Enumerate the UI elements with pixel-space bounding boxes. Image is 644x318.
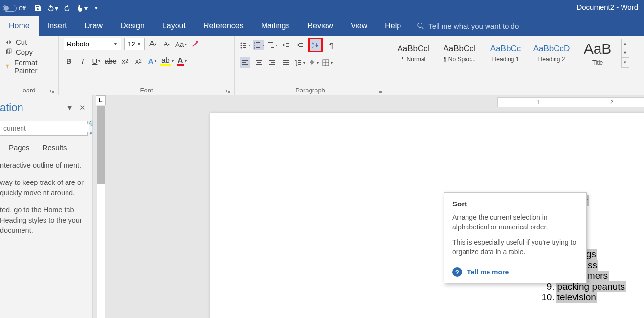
- svg-rect-33: [269, 60, 275, 61]
- redo-icon[interactable]: [61, 2, 73, 15]
- tab-view[interactable]: View: [342, 16, 376, 36]
- autosave-toggle[interactable]: Off: [3, 5, 25, 12]
- strikethrough-button[interactable]: abc: [105, 55, 116, 66]
- tab-mailings[interactable]: Mailings: [252, 16, 299, 36]
- svg-point-0: [418, 23, 422, 27]
- change-case-button[interactable]: Aa▾: [175, 39, 187, 49]
- undo-icon[interactable]: ▾: [46, 2, 59, 15]
- styles-gallery[interactable]: AaBbCcI¶ Normal AaBbCcI¶ No Spac... AaBb…: [391, 38, 629, 94]
- svg-rect-32: [256, 64, 262, 65]
- group-styles: AaBbCcI¶ Normal AaBbCcI¶ No Spac... AaBb…: [386, 36, 644, 95]
- shading-button[interactable]: ▾: [308, 57, 319, 68]
- align-right-button[interactable]: [267, 57, 278, 68]
- copy-icon: [5, 48, 13, 56]
- font-name-combo[interactable]: Roboto▼: [64, 38, 121, 50]
- style-heading-2[interactable]: AaBbCcDHeading 2: [529, 39, 574, 68]
- format-painter-button[interactable]: Format Painter: [5, 58, 53, 75]
- style-normal[interactable]: AaBbCcI¶ Normal: [391, 39, 436, 68]
- svg-rect-5: [243, 43, 246, 44]
- tooltip-tell-me-more[interactable]: ? Tell me more: [452, 263, 578, 277]
- paragraph-launcher-icon[interactable]: [377, 88, 383, 94]
- numbering-button[interactable]: 123▾: [253, 40, 264, 50]
- svg-rect-17: [269, 45, 273, 45]
- tab-selector[interactable]: L: [96, 95, 106, 105]
- multilevel-list-button[interactable]: ▾: [267, 40, 278, 50]
- tab-references[interactable]: References: [195, 16, 252, 36]
- svg-rect-24: [299, 46, 303, 47]
- horizontal-ruler[interactable]: 1 2: [497, 97, 644, 107]
- font-color-button[interactable]: A▾: [177, 55, 187, 66]
- increase-indent-button[interactable]: [294, 40, 305, 50]
- text-effects-button[interactable]: A▾: [147, 55, 157, 66]
- tell-me-placeholder: Tell me what you want to do: [428, 22, 519, 30]
- svg-rect-34: [271, 62, 275, 63]
- help-icon: ?: [452, 267, 462, 277]
- svg-rect-20: [286, 45, 289, 45]
- borders-button[interactable]: ▾: [322, 57, 333, 68]
- svg-rect-7: [243, 45, 246, 46]
- align-left-button[interactable]: [240, 57, 250, 68]
- navpane-tab-pages[interactable]: Pages: [9, 143, 30, 152]
- align-center-button[interactable]: [253, 57, 264, 68]
- svg-rect-11: [256, 42, 260, 43]
- sort-button-highlight: AZ: [308, 38, 323, 52]
- tab-help[interactable]: Help: [376, 16, 410, 36]
- tell-me-search[interactable]: Tell me what you want to do: [417, 16, 519, 36]
- svg-point-8: [241, 47, 242, 49]
- style-title[interactable]: AaBTitle: [575, 39, 620, 68]
- touch-mode-icon[interactable]: ▾: [75, 2, 88, 15]
- font-launcher-icon[interactable]: [225, 88, 231, 94]
- highlight-button[interactable]: ab▾: [160, 55, 174, 66]
- underline-button[interactable]: U▾: [91, 55, 102, 66]
- format-painter-icon: [5, 63, 11, 70]
- subscript-button[interactable]: x2: [119, 55, 130, 66]
- svg-rect-28: [242, 62, 246, 63]
- save-icon[interactable]: [31, 2, 44, 15]
- superscript-button[interactable]: x2: [133, 55, 144, 66]
- shrink-font-button[interactable]: A▾: [161, 39, 172, 49]
- navpane-search-input[interactable]: [3, 124, 89, 132]
- clear-formatting-button[interactable]: [190, 39, 200, 49]
- justify-button[interactable]: [281, 57, 291, 68]
- list-item[interactable]: 10.television: [538, 292, 626, 303]
- autosave-label: Off: [19, 5, 25, 11]
- svg-rect-15: [256, 47, 260, 48]
- grow-font-button[interactable]: A▴: [148, 39, 158, 49]
- svg-rect-22: [299, 43, 303, 44]
- bold-button[interactable]: B: [64, 55, 74, 66]
- style-no-spacing[interactable]: AaBbCcI¶ No Spac...: [437, 39, 482, 68]
- navigation-pane: ation ▼ ✕ 🔍▾ Pages Results nteractive ou…: [0, 95, 93, 318]
- tab-home[interactable]: Home: [0, 16, 39, 36]
- svg-rect-16: [268, 42, 273, 43]
- tab-layout[interactable]: Layout: [154, 16, 195, 36]
- group-font: Roboto▼ 12▼ A▴ A▾ Aa▾ B I U▾ abc x2 x2 A…: [59, 36, 235, 95]
- tab-review[interactable]: Review: [298, 16, 341, 36]
- sort-button[interactable]: AZ: [310, 40, 321, 50]
- navpane-dropdown-icon[interactable]: ▼: [66, 103, 73, 112]
- line-spacing-button[interactable]: ▾: [294, 57, 305, 68]
- navpane-tab-results[interactable]: Results: [43, 143, 67, 152]
- show-hide-button[interactable]: ¶: [326, 40, 336, 50]
- italic-button[interactable]: I: [77, 55, 88, 66]
- title-bar: Off ▾ ▾ ▾ Document2 - Word: [0, 0, 644, 16]
- vertical-ruler[interactable]: L: [96, 95, 107, 318]
- svg-rect-30: [256, 60, 262, 61]
- tab-draw[interactable]: Draw: [76, 16, 111, 36]
- copy-button[interactable]: Copy: [5, 48, 53, 56]
- navpane-search[interactable]: 🔍▾: [0, 121, 88, 136]
- svg-text:3: 3: [254, 46, 255, 49]
- decrease-indent-button[interactable]: [281, 40, 291, 50]
- clipboard-launcher-icon[interactable]: [49, 88, 55, 94]
- bullets-button[interactable]: ▾: [240, 40, 250, 50]
- tab-design[interactable]: Design: [111, 16, 154, 36]
- svg-text:Z: Z: [312, 45, 314, 49]
- navpane-close-icon[interactable]: ✕: [79, 103, 86, 112]
- ribbon: Cut Copy Format Painter oard Roboto▼ 12▼…: [0, 36, 644, 95]
- style-heading-1[interactable]: AaBbCcHeading 1: [483, 39, 528, 68]
- qat-customize-icon[interactable]: ▾: [90, 2, 103, 15]
- styles-scroll[interactable]: ▲▼▾: [621, 39, 629, 68]
- tooltip-line2: This is especially useful if you're tryi…: [452, 238, 578, 257]
- cut-button[interactable]: Cut: [5, 38, 53, 46]
- tab-insert[interactable]: Insert: [39, 16, 76, 36]
- font-size-combo[interactable]: 12▼: [124, 38, 145, 50]
